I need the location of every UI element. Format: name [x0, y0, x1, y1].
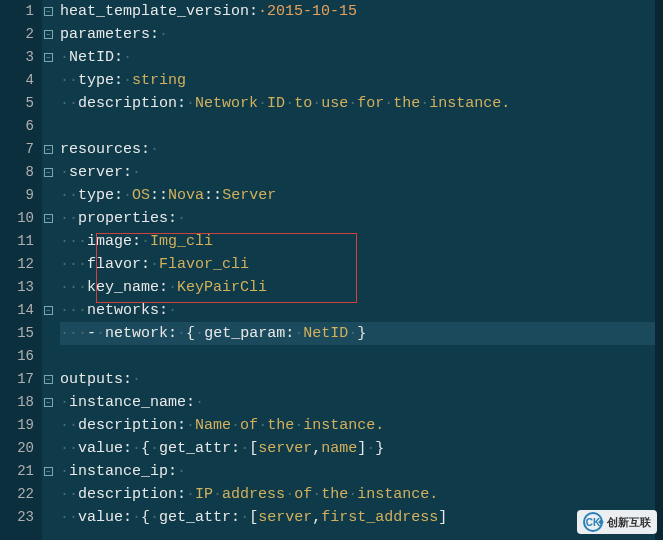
code-line[interactable]: ·instance_ip:·: [60, 460, 663, 483]
fold-toggle[interactable]: −: [44, 30, 53, 39]
line-number: 13: [0, 276, 34, 299]
line-number: 6: [0, 115, 34, 138]
code-line[interactable]: ··description:·IP·address·of·the·instanc…: [60, 483, 663, 506]
line-number: 7: [0, 138, 34, 161]
line-number: 21: [0, 460, 34, 483]
code-line[interactable]: parameters:·: [60, 23, 663, 46]
fold-toggle[interactable]: −: [44, 375, 53, 384]
fold-toggle[interactable]: −: [44, 306, 53, 315]
code-line[interactable]: [60, 345, 663, 368]
line-number: 22: [0, 483, 34, 506]
line-number: 17: [0, 368, 34, 391]
fold-column[interactable]: −−−−−−−−−−: [42, 0, 56, 540]
line-number: 12: [0, 253, 34, 276]
line-number: 4: [0, 69, 34, 92]
code-line[interactable]: ··properties:·: [60, 207, 663, 230]
line-number-gutter: 1234567891011121314151617181920212223: [0, 0, 42, 540]
line-number: 9: [0, 184, 34, 207]
vertical-scrollbar[interactable]: [655, 0, 663, 540]
line-number: 18: [0, 391, 34, 414]
line-number: 11: [0, 230, 34, 253]
code-line[interactable]: ··description:·Name·of·the·instance.: [60, 414, 663, 437]
code-line[interactable]: ···-·network:·{·get_param:·NetID·}: [60, 322, 663, 345]
code-line[interactable]: ···flavor:·Flavor_cli: [60, 253, 663, 276]
line-number: 20: [0, 437, 34, 460]
line-number: 15: [0, 322, 34, 345]
watermark-logo: CK: [583, 512, 603, 532]
line-number: 16: [0, 345, 34, 368]
code-editor[interactable]: 1234567891011121314151617181920212223 −−…: [0, 0, 663, 540]
line-number: 3: [0, 46, 34, 69]
line-number: 8: [0, 161, 34, 184]
code-line[interactable]: heat_template_version:·2015-10-15: [60, 0, 663, 23]
line-number: 1: [0, 0, 34, 23]
code-line[interactable]: ··type:·string: [60, 69, 663, 92]
code-line[interactable]: ···image:·Img_cli: [60, 230, 663, 253]
line-number: 10: [0, 207, 34, 230]
fold-toggle[interactable]: −: [44, 398, 53, 407]
line-number: 14: [0, 299, 34, 322]
code-area[interactable]: heat_template_version:·2015-10-15paramet…: [56, 0, 663, 540]
code-line[interactable]: ··description:·Network·ID·to·use·for·the…: [60, 92, 663, 115]
code-line[interactable]: ··value:·{·get_attr:·[server,first_addre…: [60, 506, 663, 529]
line-number: 19: [0, 414, 34, 437]
line-number: 23: [0, 506, 34, 529]
code-line[interactable]: ·NetID:·: [60, 46, 663, 69]
fold-toggle[interactable]: −: [44, 214, 53, 223]
fold-toggle[interactable]: −: [44, 168, 53, 177]
code-line[interactable]: ·server:·: [60, 161, 663, 184]
fold-toggle[interactable]: −: [44, 145, 53, 154]
watermark: CK 创新互联: [577, 510, 657, 534]
code-line[interactable]: ·instance_name:·: [60, 391, 663, 414]
fold-toggle[interactable]: −: [44, 7, 53, 16]
code-line[interactable]: [60, 115, 663, 138]
code-line[interactable]: outputs:·: [60, 368, 663, 391]
fold-toggle[interactable]: −: [44, 53, 53, 62]
fold-toggle[interactable]: −: [44, 467, 53, 476]
code-line[interactable]: ··type:·OS::Nova::Server: [60, 184, 663, 207]
code-line[interactable]: ···networks:·: [60, 299, 663, 322]
code-line[interactable]: ···key_name:·KeyPairCli: [60, 276, 663, 299]
code-line[interactable]: ··value:·{·get_attr:·[server,name]·}: [60, 437, 663, 460]
code-line[interactable]: resources:·: [60, 138, 663, 161]
watermark-label: 创新互联: [607, 515, 651, 530]
line-number: 2: [0, 23, 34, 46]
line-number: 5: [0, 92, 34, 115]
